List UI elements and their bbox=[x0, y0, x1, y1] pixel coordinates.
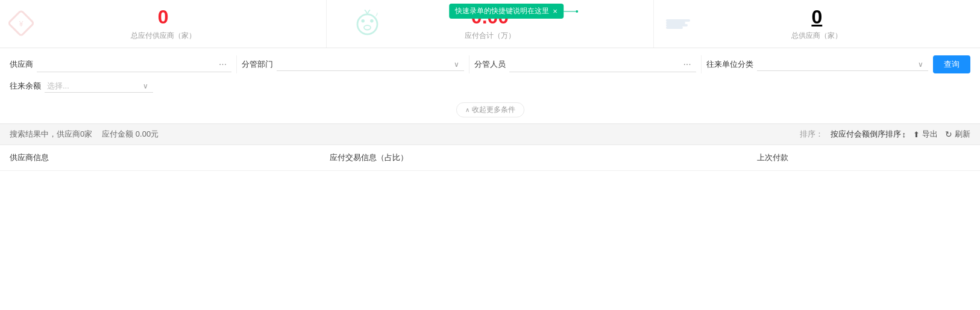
balance-chevron-icon[interactable]: ∨ bbox=[140, 82, 151, 90]
table-header: 供应商信息 应付交易信息（占比） 上次付款 bbox=[0, 145, 980, 171]
deco-pig-icon bbox=[351, 7, 384, 42]
refresh-icon: ↻ bbox=[945, 129, 952, 139]
dept-chevron-icon[interactable]: ∨ bbox=[451, 60, 462, 69]
deco-lines-icon bbox=[666, 19, 690, 29]
dept-input[interactable] bbox=[279, 60, 451, 69]
sort-arrow-icon[interactable]: ↕ bbox=[902, 130, 906, 139]
balance-label: 往来余额 bbox=[10, 81, 41, 91]
filter-dept: 分管部门 ∨ bbox=[242, 58, 463, 71]
total-suppliers-value: 0 bbox=[811, 7, 822, 28]
svg-point-2 bbox=[357, 14, 377, 34]
tooltip-dot bbox=[574, 9, 579, 14]
sort-select[interactable]: 按应付会额倒序排序 ↕ bbox=[831, 129, 906, 140]
divider-3 bbox=[701, 55, 702, 73]
query-button[interactable]: 查询 bbox=[933, 55, 970, 73]
dept-input-wrap[interactable]: ∨ bbox=[277, 58, 463, 71]
supplier-dots-icon[interactable]: ··· bbox=[216, 59, 229, 70]
export-button[interactable]: ⬆ 导出 bbox=[913, 129, 938, 140]
person-label: 分管人员 bbox=[474, 59, 506, 70]
filter-person: 分管人员 ··· bbox=[474, 57, 696, 72]
person-dots-icon[interactable]: ··· bbox=[680, 59, 693, 70]
svg-point-5 bbox=[364, 25, 371, 29]
supplier-input-wrap[interactable]: ··· bbox=[37, 57, 231, 72]
dept-label: 分管部门 bbox=[242, 59, 273, 70]
tooltip-text: 快速录单的快捷键说明在这里 bbox=[455, 6, 549, 16]
table-area: 供应商信息 应付交易信息（占比） 上次付款 bbox=[0, 145, 980, 310]
svg-point-3 bbox=[362, 19, 365, 23]
sort-label: 排序： bbox=[800, 129, 823, 140]
person-input-wrap[interactable]: ··· bbox=[509, 57, 696, 72]
results-left: 搜索结果中，供应商0家 应付金额 0.00元 bbox=[10, 129, 159, 140]
results-supplier-count: 搜索结果中，供应商0家 bbox=[10, 129, 92, 140]
filter-supplier: 供应商 ··· bbox=[10, 57, 231, 72]
chevron-up-icon: ∧ bbox=[465, 107, 470, 113]
export-icon: ⬆ bbox=[913, 130, 920, 139]
summary-card-payable-suppliers: ¥ 0 总应付供应商（家） bbox=[0, 0, 327, 48]
filter-row-1: 供应商 ··· 分管部门 ∨ 分管人员 ··· 往来单位分 bbox=[10, 55, 970, 73]
divider-2 bbox=[469, 55, 470, 73]
balance-input-wrap[interactable]: ∨ bbox=[45, 79, 153, 93]
filter-row-2: 往来余额 ∨ bbox=[10, 79, 970, 93]
svg-text:¥: ¥ bbox=[19, 19, 24, 28]
summary-card-payable-amount: 快速录单的快捷键说明在这里 × 0.00 应付合计（万） bbox=[327, 0, 653, 48]
filter-area: 供应商 ··· 分管部门 ∨ 分管人员 ··· 往来单位分 bbox=[0, 48, 980, 124]
collapse-label: 收起更多条件 bbox=[472, 105, 515, 115]
table-col-transaction: 应付交易信息（占比） bbox=[330, 152, 756, 163]
category-input[interactable] bbox=[759, 60, 916, 69]
results-bar: 搜索结果中，供应商0家 应付金额 0.00元 排序： 按应付会额倒序排序 ↕ ⬆… bbox=[0, 124, 980, 145]
tooltip-bubble[interactable]: 快速录单的快捷键说明在这里 × bbox=[449, 4, 564, 19]
svg-point-4 bbox=[370, 19, 374, 23]
filter-category: 往来单位分类 ∨ bbox=[706, 58, 928, 71]
results-amount: 应付金额 0.00元 bbox=[102, 129, 159, 140]
table-col-supplier: 供应商信息 bbox=[10, 152, 330, 163]
table-col-last-payment: 上次付款 bbox=[757, 152, 970, 163]
collapse-button[interactable]: ∧ 收起更多条件 bbox=[456, 102, 524, 117]
summary-card-total-suppliers: 0 总供应商（家） bbox=[654, 0, 980, 48]
supplier-input[interactable] bbox=[39, 60, 216, 69]
balance-input[interactable] bbox=[47, 81, 140, 90]
sort-value-text: 按应付会额倒序排序 bbox=[831, 129, 901, 140]
refresh-label: 刷新 bbox=[955, 129, 970, 140]
category-chevron-icon[interactable]: ∨ bbox=[916, 60, 926, 69]
category-input-wrap[interactable]: ∨ bbox=[757, 58, 928, 71]
supplier-label: 供应商 bbox=[10, 59, 33, 70]
category-label: 往来单位分类 bbox=[706, 59, 753, 70]
summary-bar: ¥ 0 总应付供应商（家） 快速录单的快捷键说明在这里 × 0.00 应 bbox=[0, 0, 980, 48]
results-right: 排序： 按应付会额倒序排序 ↕ ⬆ 导出 ↻ 刷新 bbox=[800, 129, 971, 140]
payable-amount-label: 应付合计（万） bbox=[465, 31, 515, 41]
divider-1 bbox=[236, 55, 237, 73]
total-suppliers-label: 总供应商（家） bbox=[791, 31, 842, 41]
table-body bbox=[0, 171, 980, 310]
refresh-button[interactable]: ↻ 刷新 bbox=[945, 129, 970, 140]
payable-suppliers-label: 总应付供应商（家） bbox=[131, 31, 196, 41]
export-label: 导出 bbox=[922, 129, 938, 140]
collapse-bar: ∧ 收起更多条件 bbox=[10, 99, 970, 123]
tooltip-close-icon[interactable]: × bbox=[553, 7, 558, 15]
person-input[interactable] bbox=[512, 60, 681, 69]
payable-suppliers-value: 0 bbox=[158, 7, 169, 28]
deco-diamond-icon: ¥ bbox=[6, 8, 36, 40]
